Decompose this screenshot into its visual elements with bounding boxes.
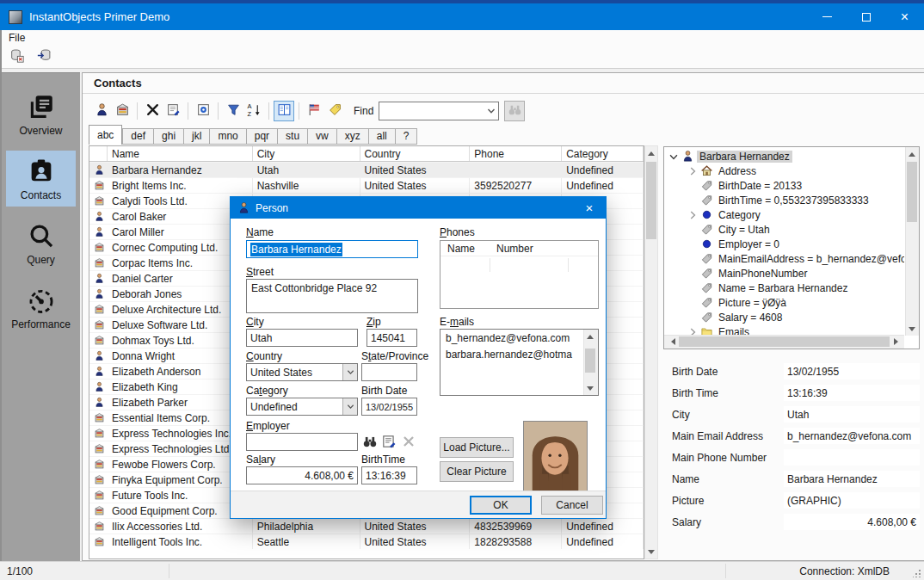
tree-item[interactable]: Address xyxy=(664,164,904,178)
column-header-phone[interactable]: Phone xyxy=(470,146,562,161)
property-value[interactable]: 13/02/1955 xyxy=(784,363,920,379)
birth-date-field[interactable]: 13/02/1955 xyxy=(361,398,417,416)
chevron-down-icon[interactable] xyxy=(668,151,680,163)
tab-question[interactable]: ? xyxy=(396,128,418,145)
property-value[interactable]: 4.608,00 € xyxy=(784,514,920,530)
scrollbar-thumb[interactable] xyxy=(585,349,595,373)
scroll-down-icon[interactable] xyxy=(584,381,596,395)
scroll-left-icon[interactable] xyxy=(664,336,678,348)
sidebar-item-overview[interactable]: Overview xyxy=(6,86,76,142)
find-combobox[interactable] xyxy=(379,102,499,120)
tab-mno[interactable]: mno xyxy=(210,128,246,145)
scrollbar-thumb[interactable] xyxy=(679,336,890,347)
tree-hscrollbar[interactable] xyxy=(664,335,904,349)
dialog-close-button[interactable]: × xyxy=(573,197,606,219)
street-field[interactable]: East Cottonbridge Place 92 xyxy=(246,279,418,313)
email-list-item[interactable]: b_hernandez@vefona.com xyxy=(440,330,583,346)
emails-list[interactable]: b_hernandez@vefona.combarbara.hernandez@… xyxy=(440,329,599,396)
scrollbar-thumb[interactable] xyxy=(907,162,917,222)
tree-item[interactable]: Category xyxy=(664,207,904,222)
scrollbar-thumb[interactable] xyxy=(646,162,656,239)
table-row[interactable]: Intelligent Tools Inc.SeattleUnited Stat… xyxy=(89,534,644,549)
property-value[interactable]: 13:16:39 xyxy=(784,385,920,401)
table-row[interactable]: Barbara HernandezUtahUnited StatesUndefi… xyxy=(89,162,644,177)
load-picture-button[interactable]: Load Picture... xyxy=(440,437,514,458)
search-button[interactable] xyxy=(504,101,525,121)
name-field[interactable]: Barbara Hernandez xyxy=(246,240,418,258)
scroll-down-icon[interactable] xyxy=(645,545,657,558)
tab-all[interactable]: all xyxy=(369,128,396,145)
column-header-country[interactable]: Country xyxy=(360,146,471,161)
database-open-button[interactable] xyxy=(34,47,53,66)
scroll-up-icon[interactable] xyxy=(645,146,657,160)
tree-item[interactable]: Salary = 4608 xyxy=(664,310,904,324)
tab-jkl[interactable]: jkl xyxy=(184,128,210,145)
tree-item[interactable]: MainPhoneNumber xyxy=(664,266,904,281)
sidebar-item-contacts[interactable]: Contacts xyxy=(6,151,76,207)
phones-list[interactable]: Name Number xyxy=(440,240,599,309)
tree-item[interactable]: Barbara Hernandez xyxy=(664,149,904,164)
tree-item[interactable]: Emails xyxy=(664,324,904,335)
chevron-right-icon[interactable] xyxy=(687,165,699,177)
tree-item[interactable]: BirthTime = 0,553237395833333 xyxy=(664,193,904,207)
employer-clear-button[interactable] xyxy=(401,434,416,449)
maximize-button[interactable] xyxy=(847,3,885,30)
chevron-right-icon[interactable] xyxy=(687,326,699,336)
chevron-down-icon[interactable] xyxy=(342,398,357,415)
tab-def[interactable]: def xyxy=(122,128,154,145)
edit-item-button[interactable] xyxy=(163,101,183,121)
scroll-up-icon[interactable] xyxy=(584,330,596,343)
column-header-city[interactable]: City xyxy=(253,146,360,161)
tab-abc[interactable]: abc xyxy=(89,125,122,145)
table-row[interactable]: Ilix Accessories Ltd.PhiladelphiaUnited … xyxy=(89,518,644,534)
tree-item[interactable]: Name = Barbara Hernandez xyxy=(664,281,904,295)
property-value[interactable]: b_hernandez@vefona.com xyxy=(784,428,920,444)
table-row[interactable]: Bright Items Inc.NashvilleUnited States3… xyxy=(89,177,644,193)
property-value[interactable]: (GRAPHIC) xyxy=(784,492,920,509)
employer-field[interactable] xyxy=(246,433,358,451)
chevron-down-icon[interactable] xyxy=(484,102,498,120)
database-close-button[interactable] xyxy=(7,47,26,66)
tree-item[interactable]: MainEmailAddress = b_hernandez@vefona xyxy=(664,251,904,266)
cancel-button[interactable]: Cancel xyxy=(541,496,603,515)
tab-ghi[interactable]: ghi xyxy=(154,128,184,145)
resize-grip[interactable] xyxy=(913,569,921,577)
zip-field[interactable]: 145041 xyxy=(367,329,417,347)
employer-edit-button[interactable] xyxy=(381,434,397,449)
sidebar-item-query[interactable]: Query xyxy=(6,215,76,271)
column-header-name[interactable]: Name xyxy=(108,146,253,161)
close-button[interactable]: × xyxy=(885,3,924,30)
preview-button[interactable] xyxy=(193,101,213,121)
layout-toggle-button[interactable] xyxy=(274,101,294,121)
tree-item[interactable]: BirthDate = 20133 xyxy=(664,178,904,193)
employer-search-button[interactable] xyxy=(362,434,378,449)
sort-button[interactable]: AZ xyxy=(243,101,264,121)
email-list-item[interactable]: barbara.hernandez@hotma xyxy=(440,346,583,362)
city-field[interactable]: Utah xyxy=(246,329,358,347)
language-button[interactable] xyxy=(304,101,324,121)
new-person-button[interactable] xyxy=(91,101,112,121)
tab-vw[interactable]: vw xyxy=(308,128,337,145)
category-button[interactable] xyxy=(324,101,345,121)
property-value[interactable]: Utah xyxy=(784,406,920,423)
filter-button[interactable] xyxy=(223,101,243,121)
tree-item[interactable]: Picture = ÿØÿà xyxy=(664,295,904,310)
ok-button[interactable]: OK xyxy=(470,496,532,515)
category-combobox[interactable]: Undefined xyxy=(246,398,358,416)
salary-field[interactable]: 4.608,00 € xyxy=(246,466,358,484)
sidebar-item-performance[interactable]: Performance xyxy=(6,280,76,336)
minimize-button[interactable] xyxy=(808,3,847,30)
tree-item[interactable]: City = Utah xyxy=(664,222,904,237)
tab-pqr[interactable]: pqr xyxy=(247,128,278,145)
clear-picture-button[interactable]: Clear Picture xyxy=(440,461,514,482)
tree-vscrollbar[interactable] xyxy=(905,147,919,336)
tree-item[interactable]: Employer = 0 xyxy=(664,237,904,251)
column-header-category[interactable]: Category xyxy=(562,146,644,161)
birth-time-field[interactable]: 13:16:39 xyxy=(361,466,417,484)
emails-scrollbar[interactable] xyxy=(583,330,598,395)
country-combobox[interactable]: United States xyxy=(246,363,358,381)
new-company-button[interactable] xyxy=(112,101,132,121)
chevron-down-icon[interactable] xyxy=(342,364,357,380)
tab-xyz[interactable]: xyz xyxy=(337,128,369,145)
state-field[interactable] xyxy=(361,363,417,381)
